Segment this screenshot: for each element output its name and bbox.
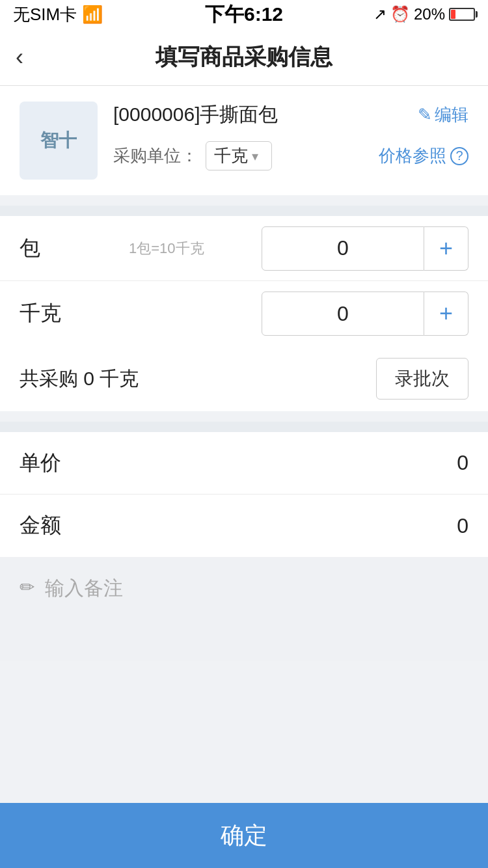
product-image: 智十 [20,102,98,180]
summary-section: 共采购 0 千克 录批次 [0,346,488,411]
amount-label: 金额 [20,511,61,540]
kg-label: 千克 [20,299,124,328]
kg-input-row: 千克 0 + [0,281,488,346]
bag-label: 包 [20,234,124,263]
input-section: 包 1包=10千克 0 + 千克 0 + [0,216,488,346]
unit-value: 千克 [214,144,248,167]
product-info: [0000006]手撕面包 ✎ 编辑 采购单位： 千克 ▾ 价格参照 ? [113,102,468,170]
nav-bar: ‹ 填写商品采购信息 [0,29,488,86]
back-button[interactable]: ‹ [16,44,23,71]
edit-button[interactable]: ✎ 编辑 [418,103,468,126]
unit-container: 采购单位： 千克 ▾ [113,141,272,170]
unit-price-value: 0 [457,451,468,475]
divider-1 [0,206,488,216]
page-title: 填写商品采购信息 [156,42,332,72]
bag-sub-label: 1包=10千克 [129,239,204,258]
bag-input-row: 包 1包=10千克 0 + [0,216,488,281]
kg-plus-button[interactable]: + [424,292,468,336]
unit-label-prefix: 采购单位： [113,144,198,167]
edit-icon: ✎ [418,105,432,125]
summary-text: 共采购 0 千克 [20,366,139,392]
status-right: ↗ ⏰ 20% [373,5,475,23]
remark-section[interactable]: ✏ 输入备注 [0,557,488,661]
pencil-icon: ✏ [20,576,34,598]
amount-value: 0 [457,514,468,538]
product-name: [0000006]手撕面包 [113,102,278,128]
unit-price-label: 单价 [20,449,61,478]
bag-plus-button[interactable]: + [424,226,468,271]
price-ref-label: 价格参照 [379,144,446,167]
help-icon: ? [450,147,468,165]
alarm-icon: ⏰ [390,5,410,23]
price-detail-section: 单价 0 金额 0 [0,432,488,557]
edit-label: 编辑 [435,103,468,126]
bag-quantity-input[interactable]: 0 [262,226,424,271]
product-logo: 智十 [40,128,77,153]
bag-quantity-value: 0 [337,236,349,260]
wifi-icon: 📶 [82,5,103,25]
amount-row: 金额 0 [0,495,488,557]
confirm-bar[interactable]: 确定 [0,803,488,868]
status-bar: 无SIM卡 📶 下午6:12 ↗ ⏰ 20% [0,0,488,29]
kg-quantity-input[interactable]: 0 [262,292,424,336]
status-network: 无SIM卡 📶 [13,3,103,26]
location-icon: ↗ [373,5,386,23]
battery-icon [449,8,475,21]
product-card: 智十 [0000006]手撕面包 ✎ 编辑 采购单位： 千克 ▾ 价格参照 ? [0,86,488,195]
remark-placeholder: 输入备注 [45,575,123,602]
batch-button[interactable]: 录批次 [376,358,468,400]
divider-2 [0,422,488,432]
battery-percent: 20% [414,5,445,23]
status-time: 下午6:12 [205,1,283,28]
confirm-button-label: 确定 [221,820,267,852]
dropdown-arrow-icon: ▾ [252,148,258,164]
product-unit-row: 采购单位： 千克 ▾ 价格参照 ? [113,141,468,170]
product-header: [0000006]手撕面包 ✎ 编辑 [113,102,468,128]
kg-quantity-value: 0 [337,302,349,326]
network-label: 无SIM卡 [13,3,77,26]
unit-price-row: 单价 0 [0,432,488,495]
price-ref-button[interactable]: 价格参照 ? [379,144,468,167]
unit-select[interactable]: 千克 ▾ [206,141,272,170]
